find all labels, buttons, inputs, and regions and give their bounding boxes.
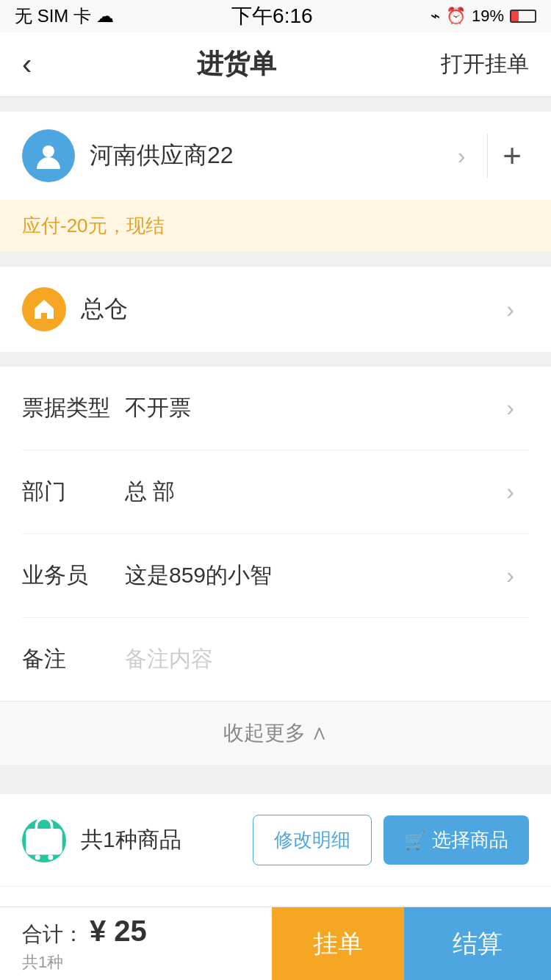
battery-label: 19% — [472, 7, 504, 26]
total-amount: ¥ 25 — [90, 915, 147, 948]
invoice-chevron-icon: › — [506, 394, 514, 422]
back-button[interactable]: ‹ — [22, 48, 32, 81]
alarm-icon: ⏰ — [446, 7, 466, 26]
sales-label: 业务员 — [22, 561, 125, 591]
warehouse-chevron-icon: › — [506, 296, 514, 323]
sales-chevron-icon: › — [506, 562, 514, 589]
total-label: 合计： — [22, 920, 84, 948]
gap-1 — [0, 97, 551, 112]
svg-point-0 — [43, 145, 54, 157]
dept-value: 总 部 — [125, 477, 506, 507]
total-label-row: 合计： ¥ 25 — [22, 915, 250, 948]
supplier-avatar — [22, 129, 75, 182]
warehouse-row[interactable]: 总仓 › — [22, 267, 529, 352]
add-supplier-button[interactable]: + — [495, 140, 529, 172]
product-count-text: 共1种商品 — [81, 825, 253, 855]
dept-chevron-icon: › — [506, 478, 514, 505]
remark-row[interactable]: 备注 备注内容 — [22, 618, 529, 701]
remark-input[interactable]: 备注内容 — [125, 644, 529, 674]
gap-2 — [0, 252, 551, 267]
gap-4 — [0, 765, 551, 779]
total-sub: 共1种 — [22, 951, 250, 973]
product-count-icon — [22, 818, 66, 862]
dept-row[interactable]: 部门 总 部 › — [22, 450, 529, 534]
hang-button[interactable]: 挂单 — [272, 907, 404, 980]
supplier-section: 河南供应商22 › + — [0, 112, 551, 200]
sim-label: 无 SIM 卡 ☁ — [15, 4, 114, 28]
select-icon: 🛒 — [404, 830, 426, 851]
select-product-button[interactable]: 🛒 选择商品 — [383, 815, 529, 865]
svg-rect-1 — [26, 829, 62, 854]
status-right: ⌁ ⏰ 19% — [431, 7, 536, 26]
divider — [487, 134, 488, 178]
svg-point-3 — [48, 854, 53, 860]
select-btn-label: 选择商品 — [432, 827, 508, 853]
status-time: 下午6:16 — [231, 2, 313, 30]
gap-3 — [0, 352, 551, 367]
status-bar: 无 SIM 卡 ☁ 下午6:16 ⌁ ⏰ 19% — [0, 0, 551, 32]
edit-detail-button[interactable]: 修改明细 — [253, 815, 372, 865]
bottom-bar: 合计： ¥ 25 共1种 挂单 结算 — [0, 907, 551, 980]
collapse-row[interactable]: 收起更多 ∧ — [0, 701, 551, 765]
sales-row[interactable]: 业务员 这是859的小智 › — [22, 534, 529, 618]
dept-label: 部门 — [22, 477, 125, 507]
notice-banner: 应付-20元，现结 — [0, 200, 551, 252]
invoice-label: 票据类型 — [22, 393, 125, 423]
warehouse-section: 总仓 › — [0, 267, 551, 352]
home-icon — [32, 297, 57, 322]
form-section: 票据类型 不开票 › 部门 总 部 › 业务员 这是859的小智 › 备注 备注… — [0, 367, 551, 701]
svg-point-2 — [35, 854, 40, 860]
supplier-row[interactable]: 河南供应商22 › + — [22, 112, 529, 200]
sales-value: 这是859的小智 — [125, 561, 506, 591]
page-title: 进货单 — [197, 46, 276, 82]
warehouse-icon — [22, 287, 66, 331]
person-icon — [34, 141, 63, 170]
bottom-total: 合计： ¥ 25 共1种 — [0, 907, 272, 980]
invoice-value: 不开票 — [125, 393, 506, 423]
open-hang-button[interactable]: 打开挂单 — [441, 49, 529, 79]
invoice-row[interactable]: 票据类型 不开票 › — [22, 367, 529, 450]
nav-bar: ‹ 进货单 打开挂单 — [0, 32, 551, 97]
status-left: 无 SIM 卡 ☁ — [15, 4, 114, 28]
cart-icon — [22, 818, 66, 862]
remark-label: 备注 — [22, 644, 125, 674]
location-icon: ⌁ — [431, 7, 440, 26]
products-header: 共1种商品 修改明细 🛒 选择商品 — [0, 794, 551, 887]
supplier-name: 河南供应商22 — [90, 140, 458, 172]
warehouse-name: 总仓 — [81, 293, 506, 325]
supplier-chevron-icon: › — [458, 143, 466, 170]
settle-button[interactable]: 结算 — [404, 907, 551, 980]
battery-icon — [510, 10, 536, 23]
